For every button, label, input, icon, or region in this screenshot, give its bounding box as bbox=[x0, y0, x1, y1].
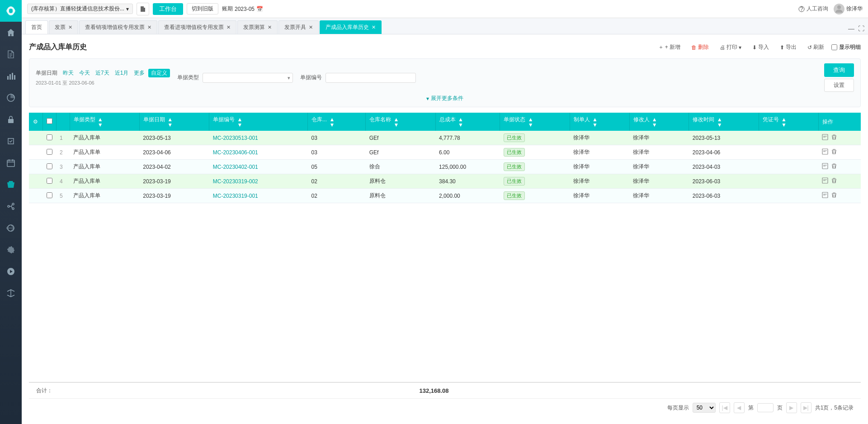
tab-product-instock-close[interactable]: ✕ bbox=[372, 24, 376, 30]
col-warehouse-name[interactable]: 仓库名称 ▲▼ bbox=[366, 113, 435, 131]
calendar-icon[interactable]: 📅 bbox=[256, 6, 263, 12]
date-btn-1month[interactable]: 近1月 bbox=[113, 69, 131, 77]
date-btn-more[interactable]: 更多 bbox=[132, 69, 146, 77]
row-doc-num-link[interactable]: MC-20230406-001 bbox=[213, 149, 258, 156]
doc-type-select[interactable]: 产品入库单 bbox=[203, 73, 293, 83]
select-all-checkbox[interactable] bbox=[47, 118, 52, 124]
minimize-icon[interactable]: — bbox=[848, 25, 854, 32]
sidebar-item-lock[interactable] bbox=[0, 109, 22, 130]
col-settings[interactable]: ⚙ bbox=[29, 113, 42, 131]
sidebar-item-workflow[interactable] bbox=[0, 195, 22, 217]
new-icon: ＋ bbox=[658, 43, 664, 51]
row-checkbox-cell bbox=[42, 189, 56, 203]
export-button[interactable]: ⬆ 导出 bbox=[776, 42, 800, 53]
row-doc-num-link[interactable]: MC-20230319-002 bbox=[213, 178, 258, 185]
doc-num-input[interactable] bbox=[326, 73, 416, 83]
expand-button[interactable]: ▾ 展开更多条件 bbox=[426, 95, 463, 102]
row-checkbox[interactable] bbox=[47, 192, 52, 198]
maximize-icon[interactable]: ⛶ bbox=[858, 25, 864, 32]
query-button[interactable]: 查询 bbox=[824, 63, 854, 77]
tab-product-instock[interactable]: 产成品入库单历史 ✕ bbox=[320, 20, 382, 34]
row-doc-num-link[interactable]: MC-20230402-001 bbox=[213, 164, 258, 170]
tab-input-vat-close[interactable]: ✕ bbox=[226, 24, 231, 30]
row-doc-num-link[interactable]: MC-20230319-001 bbox=[213, 193, 258, 199]
first-page-button[interactable]: |◀ bbox=[719, 402, 730, 413]
tab-invoice-open-close[interactable]: ✕ bbox=[309, 24, 313, 30]
row-checkbox[interactable] bbox=[47, 163, 52, 169]
col-modifier[interactable]: 修改人 ▲▼ bbox=[629, 113, 689, 131]
row-edit-icon[interactable] bbox=[822, 163, 828, 171]
col-doc-status[interactable]: 单据状态 ▲▼ bbox=[500, 113, 570, 131]
help-button[interactable]: ? 人工咨询 bbox=[798, 5, 828, 13]
reset-button[interactable]: 设置 bbox=[824, 79, 854, 92]
tab-invoice-open[interactable]: 发票开具 ✕ bbox=[278, 20, 319, 34]
col-modify-time[interactable]: 修改时间 ▲▼ bbox=[689, 113, 759, 131]
user-menu[interactable]: 徐泽华 bbox=[834, 4, 863, 14]
row-edit-icon[interactable] bbox=[822, 177, 828, 185]
row-edit-icon[interactable] bbox=[822, 148, 828, 156]
sidebar-item-home[interactable] bbox=[0, 22, 22, 43]
switch-period-button[interactable]: 切到旧版 bbox=[187, 3, 218, 14]
tab-sales-vat-close[interactable]: ✕ bbox=[147, 24, 151, 30]
tab-invoice-calc[interactable]: 发票测算 ✕ bbox=[237, 20, 278, 34]
per-page-select[interactable]: 10 20 50 100 bbox=[693, 403, 716, 413]
delete-button[interactable]: 🗑 删除 bbox=[688, 42, 712, 53]
row-delete-icon[interactable] bbox=[831, 177, 837, 185]
date-btn-yesterday[interactable]: 昨天 bbox=[61, 69, 75, 77]
app-logo[interactable] bbox=[0, 0, 22, 22]
toolbar: ＋ + 新增 🗑 删除 🖨 打印 ▾ ⬇ 导入 ⬆ bbox=[655, 42, 861, 53]
next-page-button[interactable]: ▶ bbox=[786, 402, 797, 413]
row-delete-icon[interactable] bbox=[831, 163, 837, 171]
row-edit-icon[interactable] bbox=[822, 134, 828, 142]
row-doc-num-link[interactable]: MC-20230513-001 bbox=[213, 135, 258, 141]
prev-page-button[interactable]: ◀ bbox=[734, 402, 745, 413]
row-delete-icon[interactable] bbox=[831, 148, 837, 156]
sidebar-item-approval[interactable] bbox=[0, 130, 22, 152]
col-doc-type[interactable]: 单据类型 ▲▼ bbox=[70, 113, 139, 131]
sidebar-item-settings[interactable] bbox=[0, 239, 22, 261]
col-creator[interactable]: 制单人 ▲▼ bbox=[570, 113, 629, 131]
tab-home[interactable]: 首页 bbox=[25, 20, 48, 34]
page-info: 共1页，5条记录 bbox=[815, 404, 854, 412]
row-checkbox[interactable] bbox=[47, 149, 52, 155]
date-btn-custom[interactable]: 自定义 bbox=[148, 69, 170, 77]
new-button[interactable]: ＋ + 新增 bbox=[655, 42, 684, 53]
date-btn-today[interactable]: 今天 bbox=[77, 69, 92, 77]
date-btn-7days[interactable]: 近7天 bbox=[94, 69, 111, 77]
sidebar-item-calendar[interactable] bbox=[0, 152, 22, 174]
row-checkbox[interactable] bbox=[47, 134, 52, 140]
col-warehouse-code[interactable]: 仓库... ▲▼ bbox=[308, 113, 366, 131]
svg-rect-5 bbox=[8, 119, 14, 123]
row-checkbox[interactable] bbox=[47, 178, 52, 184]
sidebar-item-api[interactable] bbox=[0, 217, 22, 239]
show-detail-checkbox[interactable] bbox=[831, 44, 837, 50]
sidebar-item-document[interactable] bbox=[0, 43, 22, 65]
show-detail-toggle[interactable]: 显示明细 bbox=[831, 43, 861, 51]
sidebar-item-inventory[interactable] bbox=[0, 174, 22, 195]
tab-invoice-calc-close[interactable]: ✕ bbox=[268, 24, 272, 30]
tab-input-vat[interactable]: 查看进项增值税专用发票 ✕ bbox=[158, 20, 236, 34]
tab-invoice-close[interactable]: ✕ bbox=[68, 24, 72, 30]
import-button[interactable]: ⬇ 导入 bbox=[749, 42, 773, 53]
sidebar-item-chart[interactable] bbox=[0, 65, 22, 87]
workbench-button[interactable]: 工作台 bbox=[153, 3, 183, 15]
print-button[interactable]: 🖨 打印 ▾ bbox=[716, 42, 745, 53]
col-doc-date[interactable]: 单据日期 ▲▼ bbox=[139, 113, 209, 131]
company-selector[interactable]: (库存核算）直播轻拢通信息技术股份... ▾ bbox=[27, 4, 133, 14]
col-total-cost[interactable]: 总成本 ▲▼ bbox=[435, 113, 500, 131]
doc-icon-button[interactable] bbox=[137, 3, 149, 15]
row-checkbox-cell bbox=[42, 160, 56, 174]
tab-invoice[interactable]: 发票 ✕ bbox=[49, 20, 78, 34]
row-edit-icon[interactable] bbox=[822, 192, 828, 200]
tab-sales-vat[interactable]: 查看销项增值税专用发票 ✕ bbox=[79, 20, 157, 34]
row-delete-icon[interactable] bbox=[831, 192, 837, 200]
col-voucher-num[interactable]: 凭证号 ▲▼ bbox=[759, 113, 818, 131]
sidebar-item-version[interactable] bbox=[0, 282, 22, 304]
last-page-button[interactable]: ▶| bbox=[801, 402, 811, 413]
row-delete-icon[interactable] bbox=[831, 134, 837, 142]
col-doc-num[interactable]: 单据编号 ▲▼ bbox=[209, 113, 308, 131]
page-number-input[interactable]: 1 bbox=[757, 403, 774, 412]
sidebar-item-analytics[interactable] bbox=[0, 87, 22, 109]
refresh-button[interactable]: ↺ 刷新 bbox=[804, 42, 828, 53]
sidebar-item-media[interactable] bbox=[0, 261, 22, 282]
